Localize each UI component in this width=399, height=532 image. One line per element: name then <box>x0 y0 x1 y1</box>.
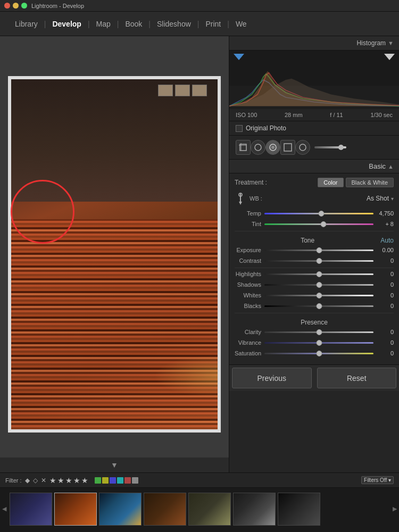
star-1[interactable]: ★ <box>49 476 56 485</box>
basic-panel-title: Basic <box>369 162 386 170</box>
wb-eyedropper-tool[interactable] <box>235 192 246 205</box>
nav-library[interactable]: Library <box>9 12 44 36</box>
shadows-slider-row: Shadows 0 <box>235 281 394 288</box>
tint-track <box>264 223 373 225</box>
exposure-thumb[interactable] <box>316 247 322 253</box>
original-photo-checkbox[interactable] <box>236 125 243 132</box>
window-controls[interactable] <box>4 3 27 9</box>
blacks-thumb[interactable] <box>316 303 322 309</box>
close-button[interactable] <box>4 3 10 9</box>
photo-area: ▼ <box>0 36 229 472</box>
treatment-buttons: Color Black & White <box>318 178 394 187</box>
thumb-image-1 <box>10 493 52 525</box>
thumb-6[interactable] <box>233 493 276 526</box>
minimize-button[interactable] <box>13 3 19 9</box>
saturation-value: 0 <box>377 350 394 356</box>
star-4[interactable]: ★ <box>73 476 80 485</box>
auto-button[interactable]: Auto <box>380 237 394 244</box>
photo-frame[interactable] <box>8 76 221 433</box>
filter-reject-icon[interactable]: ✕ <box>41 477 46 484</box>
tint-slider-wrap[interactable] <box>264 220 373 228</box>
saturation-slider-wrap[interactable] <box>264 350 373 357</box>
contrast-value: 0 <box>377 257 394 264</box>
whites-slider-wrap[interactable] <box>264 292 373 299</box>
highlights-thumb[interactable] <box>316 271 322 277</box>
thumb-7[interactable] <box>278 493 320 526</box>
nav-book[interactable]: Book <box>119 12 148 36</box>
temp-thumb[interactable] <box>318 211 324 217</box>
nav-develop[interactable]: Develop <box>46 12 87 36</box>
thumb-5[interactable] <box>188 493 231 526</box>
tone-label: Tone <box>235 237 380 244</box>
blacks-slider-wrap[interactable] <box>264 302 373 310</box>
radial-filter-tool[interactable] <box>295 140 310 155</box>
filter-color-green[interactable] <box>95 477 101 484</box>
tint-thumb[interactable] <box>320 221 326 227</box>
graduated-filter-tool[interactable] <box>280 140 295 155</box>
thumb-1[interactable] <box>10 493 52 526</box>
filter-color-cyan[interactable] <box>117 477 123 484</box>
shadows-value: 0 <box>377 281 394 288</box>
contrast-slider-wrap[interactable] <box>264 257 373 264</box>
previous-button[interactable]: Previous <box>232 368 312 388</box>
tone-slider[interactable] <box>314 146 346 148</box>
star-5[interactable]: ★ <box>81 476 88 485</box>
reset-button[interactable]: Reset <box>317 368 397 388</box>
filter-unflag-icon[interactable]: ◇ <box>33 477 38 484</box>
histogram-title: Histogram <box>356 39 386 47</box>
tone-slider-thumb <box>338 145 344 150</box>
saturation-thumb[interactable] <box>316 351 322 356</box>
basic-panel-expand-icon[interactable]: ▲ <box>388 163 394 170</box>
wb-dropdown-icon: ▾ <box>391 196 394 202</box>
thumb-image-2 <box>55 493 96 525</box>
wb-value-box[interactable]: As Shot ▾ <box>367 195 394 202</box>
exposure-slider-wrap[interactable] <box>264 246 373 254</box>
filter-color-yellow[interactable] <box>102 477 109 484</box>
filmstrip-right-arrow[interactable]: ▶ <box>393 505 397 512</box>
filter-color-blue[interactable] <box>110 477 116 484</box>
nav-map[interactable]: Map <box>90 12 117 36</box>
filter-color-white[interactable] <box>132 477 138 484</box>
photo-scroll-arrow[interactable]: ▼ <box>0 458 229 472</box>
contrast-thumb[interactable] <box>316 258 322 264</box>
saturation-label: Saturation <box>235 350 261 356</box>
whites-thumb[interactable] <box>316 293 322 298</box>
svg-point-8 <box>271 146 275 149</box>
star-2[interactable]: ★ <box>57 476 64 485</box>
bw-treatment-button[interactable]: Black & White <box>346 178 394 187</box>
nav-slideshow[interactable]: Slideshow <box>151 12 197 36</box>
thumb-3[interactable] <box>99 493 142 526</box>
svg-point-10 <box>300 144 306 151</box>
filmstrip-left-arrow[interactable]: ◀ <box>2 505 6 512</box>
thumb-4[interactable] <box>144 493 186 526</box>
wb-value: As Shot <box>367 195 389 202</box>
color-treatment-button[interactable]: Color <box>318 178 343 187</box>
histogram-expand-icon[interactable]: ▼ <box>388 40 394 46</box>
clarity-thumb[interactable] <box>316 329 322 335</box>
clarity-slider-row: Clarity 0 <box>235 328 394 336</box>
crop-tool[interactable] <box>236 140 251 155</box>
fabric-pattern <box>11 219 218 429</box>
nav-we[interactable]: We <box>229 12 253 36</box>
filter-stars[interactable]: ★ ★ ★ ★ ★ <box>49 476 88 485</box>
shadows-thumb[interactable] <box>316 282 322 288</box>
nav-print[interactable]: Print <box>199 12 227 36</box>
blacks-track <box>264 305 373 307</box>
star-3[interactable]: ★ <box>65 476 72 485</box>
maximize-button[interactable] <box>21 3 27 9</box>
tone-section-label: Tone Auto <box>235 234 394 246</box>
redeye-tool[interactable] <box>265 140 280 155</box>
thumb-image-4 <box>144 493 186 525</box>
shadows-slider-wrap[interactable] <box>264 281 373 288</box>
spot-heal-tool[interactable] <box>251 140 265 155</box>
filters-off-dropdown[interactable]: Filters Off ▾ <box>361 476 394 484</box>
temp-slider-wrap[interactable] <box>264 210 373 217</box>
highlights-slider-wrap[interactable] <box>264 270 373 278</box>
vibrance-thumb[interactable] <box>316 340 322 346</box>
thumb-2[interactable] <box>54 493 97 526</box>
clarity-slider-wrap[interactable] <box>264 328 373 336</box>
filter-flag-icon[interactable]: ◆ <box>25 477 30 484</box>
svg-rect-9 <box>284 144 292 151</box>
vibrance-slider-wrap[interactable] <box>264 339 373 346</box>
filter-color-red[interactable] <box>124 477 131 484</box>
